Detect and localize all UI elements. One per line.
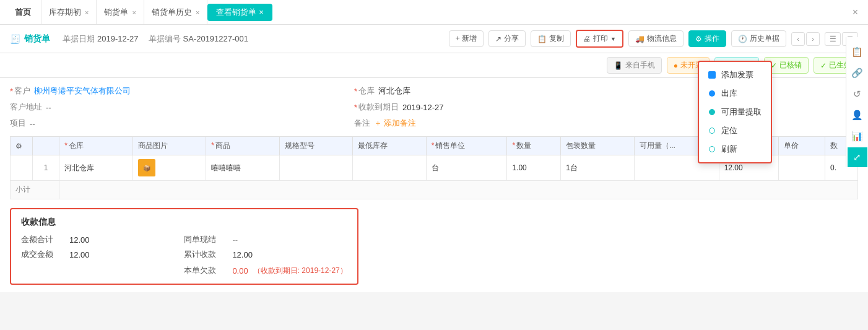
sidebar-chart-icon[interactable]: 📊 xyxy=(848,126,867,146)
mobile-status[interactable]: 📱 来自手机 xyxy=(607,57,662,74)
due-date-value[interactable]: 2019-12-27 xyxy=(402,103,444,112)
print-dropdown-icon: ▼ xyxy=(610,36,616,42)
deal-value: 12.00 xyxy=(69,250,90,259)
doc-icon: 🧾 xyxy=(10,34,20,44)
tab-home[interactable]: 首页 xyxy=(5,0,41,24)
mobile-icon: 📱 xyxy=(614,61,623,70)
address-value: -- xyxy=(46,103,51,112)
warehouse-value[interactable]: 河北仓库 xyxy=(378,85,410,97)
print-button[interactable]: 🖨 打印 ▼ xyxy=(576,30,623,48)
tab-close-inventory[interactable]: × xyxy=(85,9,89,16)
history-icon: 🕐 xyxy=(738,35,747,43)
not-open-icon: ● xyxy=(674,61,678,70)
col-unit: *销售单位 xyxy=(426,137,507,155)
copy-button[interactable]: 📋 复制 xyxy=(531,30,571,47)
logistics-button[interactable]: 🚚 物流信息 xyxy=(628,30,684,47)
list-view-button[interactable]: ☰ xyxy=(825,32,841,46)
tab-sales-history[interactable]: 销货单历史 × xyxy=(144,0,207,24)
cumulative-row: 累计收款 12.00 xyxy=(184,249,347,260)
balance-value: 0.00 xyxy=(232,266,248,276)
locate-icon xyxy=(708,126,716,135)
tab-sales[interactable]: 销货单 × xyxy=(97,0,144,24)
outbound-icon xyxy=(708,89,716,98)
doc-title-text: 销货单 xyxy=(24,33,50,45)
sidebar-refresh-icon[interactable]: ↺ xyxy=(848,84,867,104)
copy-icon: 📋 xyxy=(537,35,547,43)
project-value: -- xyxy=(30,119,35,128)
dropdown-outbound[interactable]: 出库 xyxy=(699,84,771,103)
add-button[interactable]: + 新增 xyxy=(449,30,484,47)
operate-button[interactable]: ⚙ 操作 xyxy=(688,30,726,47)
doc-num-label: 单据编号 SA-20191227-001 xyxy=(149,33,249,45)
logistics-icon: 🚚 xyxy=(635,35,644,43)
cell-price xyxy=(779,155,825,181)
operate-dropdown: 添加发票 出库 可用量提取 定位 刷新 xyxy=(698,61,772,163)
tab-view-sales[interactable]: 查看销货单 × xyxy=(207,4,272,21)
next-button[interactable]: › xyxy=(806,32,820,46)
tab-close-sales-history[interactable]: × xyxy=(196,9,199,16)
cell-spec xyxy=(279,155,353,181)
share-button[interactable]: ↗ 分享 xyxy=(488,30,526,47)
print-icon: 🖨 xyxy=(583,35,591,43)
due-note: （收款到期日: 2019-12-27） xyxy=(253,266,347,276)
col-spec: 规格型号 xyxy=(279,137,353,155)
subtotal-label: 小计 xyxy=(11,181,59,199)
col-qty: *数量 xyxy=(507,137,561,155)
tab-inventory[interactable]: 库存期初 × xyxy=(41,0,97,24)
sidebar-expand-icon[interactable]: ⤢ xyxy=(848,147,867,167)
dropdown-locate[interactable]: 定位 xyxy=(699,121,771,140)
col-warehouse: *仓库 xyxy=(59,137,133,155)
doc-header: 🧾 销货单 单据日期 2019-12-27 单据编号 SA-20191227-0… xyxy=(0,25,868,53)
prev-button[interactable]: ‹ xyxy=(791,32,805,46)
cell-warehouse: 河北仓库 xyxy=(59,155,133,181)
doc-meta: 单据日期 2019-12-27 单据编号 SA-20191227-001 xyxy=(63,33,248,45)
col-num xyxy=(33,137,59,155)
tab-close-sales[interactable]: × xyxy=(132,9,136,16)
col-pack: 包装数量 xyxy=(561,137,635,155)
doc-title: 🧾 销货单 xyxy=(10,33,50,45)
dropdown-available-qty[interactable]: 可用量提取 xyxy=(699,103,771,121)
window-close-button[interactable]: × xyxy=(848,7,863,18)
refresh-icon xyxy=(708,145,716,154)
sidebar-user-icon[interactable]: 👤 xyxy=(848,105,867,125)
subtotal-row: 小计 xyxy=(11,181,858,199)
col-min-stock: 最低库存 xyxy=(353,137,427,155)
cell-num: 1 xyxy=(33,155,59,181)
col-gear: ⚙ xyxy=(11,137,33,155)
payment-box: 收款信息 金额合计 12.00 同单现结 -- 成交金额 12.00 xyxy=(10,208,358,285)
cell-qty: 1.00 xyxy=(507,155,561,181)
deal-row: 成交金额 12.00 xyxy=(21,249,184,260)
dropdown-add-invoice[interactable]: 添加发票 xyxy=(699,66,771,84)
tab-bar: 首页 库存期初 × 销货单 × 销货单历史 × 查看销货单 × × xyxy=(0,0,868,25)
sidebar-doc-icon[interactable]: 📋 xyxy=(848,42,867,62)
history-button[interactable]: 🕐 历史单据 xyxy=(731,30,786,47)
address-field: 客户地址 -- xyxy=(10,102,329,113)
payment-title: 收款信息 xyxy=(21,217,347,228)
customer-value[interactable]: 柳州粤港平安气体有限公司 xyxy=(34,85,131,97)
payment-section: 收款信息 金额合计 12.00 同单现结 -- 成交金额 12.00 xyxy=(10,203,858,285)
order-settle-row: 同单现结 -- xyxy=(184,234,347,245)
cell-image: 📦 xyxy=(132,155,206,181)
due-date-field: * 收款到期日 2019-12-27 xyxy=(354,102,674,113)
note-field: 备注 ＋ 添加备注 xyxy=(354,118,674,129)
available-qty-icon xyxy=(708,108,716,116)
dropdown-refresh[interactable]: 刷新 xyxy=(699,140,771,158)
nav-arrows: ‹ › xyxy=(791,32,820,46)
add-invoice-icon xyxy=(708,71,716,79)
warehouse-field: * 仓库 河北仓库 xyxy=(354,85,674,97)
balance-row: 本单欠款 0.00 （收款到期日: 2019-12-27） xyxy=(184,265,347,276)
plus-icon: ＋ xyxy=(374,118,382,129)
add-note-button[interactable]: ＋ 添加备注 xyxy=(374,118,416,129)
customer-field: * 客户 柳州粤港平安气体有限公司 xyxy=(10,85,329,97)
doc-num-value: SA-20191227-001 xyxy=(183,34,249,43)
col-price: 单价 xyxy=(779,137,825,155)
cell-unit: 台 xyxy=(426,155,507,181)
cell-pack: 1台 xyxy=(561,155,635,181)
product-image: 📦 xyxy=(138,159,155,176)
col-product: *商品 xyxy=(206,137,280,155)
doc-date-value: 2019-12-27 xyxy=(97,34,139,43)
tab-close-view-sales[interactable]: × xyxy=(259,7,264,17)
right-sidebar: 📋 🔗 ↺ 👤 📊 ⤢ xyxy=(846,37,868,167)
cell-product: 嘻嘻嘻嘻 xyxy=(206,155,280,181)
sidebar-link-icon[interactable]: 🔗 xyxy=(848,63,867,83)
